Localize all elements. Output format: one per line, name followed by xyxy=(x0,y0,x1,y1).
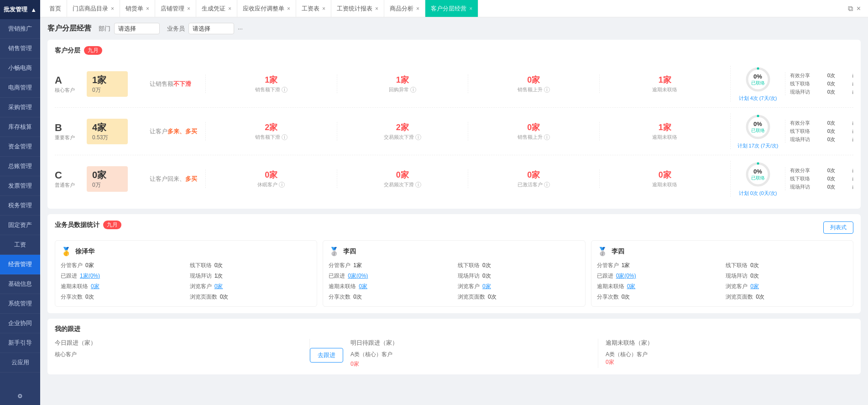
tier-shape-c: 0家 0万 xyxy=(87,166,128,192)
tab-close-shop[interactable]: × xyxy=(187,5,190,12)
go-followup-button[interactable]: 去跟进 xyxy=(310,348,343,363)
sidebar-item-kchsj[interactable]: 库存核算 xyxy=(0,117,40,137)
info-icon[interactable]: i xyxy=(852,184,853,190)
tab-bar-actions: ⧉ × xyxy=(844,5,864,13)
tab-close-payroll[interactable]: × xyxy=(322,5,325,12)
tab-product-analysis[interactable]: 商品分析× xyxy=(384,0,425,17)
info-icon[interactable]: i xyxy=(852,89,853,95)
sidebar-gear-icon[interactable]: ⚙ xyxy=(0,387,40,405)
dept-select[interactable]: 请选择 xyxy=(114,23,160,34)
staff-stat-2-7: 浏览页面数 0次 xyxy=(726,293,847,301)
staff-stat-1-7: 浏览页面数 0次 xyxy=(458,293,580,301)
tab-sales-order[interactable]: 销货单× xyxy=(120,0,155,17)
sidebar-header[interactable]: 批发管理 ▲ xyxy=(0,0,40,19)
sidebar-item-jcxx[interactable]: 基础信息 xyxy=(0,274,40,294)
tab-shop-manage[interactable]: 店铺管理× xyxy=(155,0,196,17)
tab-close-payroll-rpt[interactable]: × xyxy=(375,5,378,12)
sidebar-toggle-icon[interactable]: ▲ xyxy=(31,6,37,13)
sidebar-item-gz[interactable]: 工资 xyxy=(0,235,40,255)
tier-circle-a: 0% 已联络 计划 4次 (7天/次) xyxy=(730,66,785,102)
followup-tomorrow-col: 明日待跟进（家） A类（核心）客户 0家 xyxy=(343,339,598,368)
sidebar-item-cggl[interactable]: 采购管理 xyxy=(0,98,40,117)
staff-select[interactable]: 请选择 xyxy=(188,23,234,34)
list-view-button[interactable]: 列表式 xyxy=(823,221,853,234)
staff-stat-2-0: 分管客户 1家 xyxy=(597,262,719,269)
tab-close-voucher[interactable]: × xyxy=(228,5,231,12)
tab-close-customer[interactable]: × xyxy=(469,5,472,12)
right-stat-b-1: 线下联络 0次 i xyxy=(790,128,853,135)
tier-stat-label-b2: 销售额上升 i xyxy=(518,134,550,141)
followup-core-label2: A类（核心）客户 xyxy=(350,351,591,358)
tier-stat-c-3: 0家 逾期未联络 xyxy=(599,169,731,188)
tab-window-icon[interactable]: ⧉ xyxy=(848,5,853,13)
sidebar-item-xsyd[interactable]: 新手引导 xyxy=(0,333,40,353)
tab-close-ar[interactable]: × xyxy=(287,5,290,12)
right-stat-c-0: 有效分享 0次 i xyxy=(790,167,853,174)
tier-stat-label-c3: 逾期未联络 xyxy=(652,181,677,188)
sidebar-item-qyxt[interactable]: 企业协同 xyxy=(0,314,40,333)
staff-stats-1: 分管客户 1家 线下联络 0次 已跟进 0家(0%) 现场拜访 xyxy=(329,262,579,301)
staff-name-row-1: 🥈 李四 xyxy=(329,246,579,257)
info-icon[interactable]: i xyxy=(852,73,853,79)
right-stat-a-1: 线下联络 0次 i xyxy=(790,80,853,87)
info-icon[interactable]: i xyxy=(282,87,288,93)
sidebar-item-xtgl[interactable]: 系统管理 xyxy=(0,294,40,314)
sidebar-item-gdzc[interactable]: 固定资产 xyxy=(0,216,40,235)
staff-section-title: 业务员数据统计 九月 xyxy=(55,221,121,229)
tab-close-sales[interactable]: × xyxy=(146,5,149,12)
tab-close-store-products[interactable]: × xyxy=(111,5,114,12)
tier-row-a: A 核心客户 1家 0万 让销售额不下滑 1家 销售额下滑 i xyxy=(55,60,853,108)
tab-close-product[interactable]: × xyxy=(416,5,419,12)
sidebar-item-yyyg[interactable]: 云应用 xyxy=(0,353,40,373)
customer-tier-title: 客户分层 九月 xyxy=(55,46,853,55)
tab-gen-voucher[interactable]: 生成凭证× xyxy=(196,0,237,17)
followup-overdue-val: 0家 xyxy=(350,360,591,368)
info-icon[interactable]: i xyxy=(852,81,853,87)
right-stat-c-1: 线下联络 0次 i xyxy=(790,175,853,182)
tab-home[interactable]: 首页 xyxy=(44,0,67,17)
info-icon[interactable]: i xyxy=(544,182,550,188)
info-icon[interactable]: i xyxy=(544,87,550,93)
tab-payroll[interactable]: 工资表× xyxy=(296,0,331,17)
tab-ar-ap[interactable]: 应收应付调整单× xyxy=(237,0,296,17)
sidebar-item-xcdsh[interactable]: 小畅电商 xyxy=(0,58,40,78)
tier-right-stats-a: 有效分享 0次 i 线下联络 0次 i 现场拜访 0次 i xyxy=(785,72,853,95)
info-icon[interactable]: i xyxy=(852,129,853,134)
tier-shape-b: 4家 0.53万 xyxy=(87,119,128,144)
info-icon[interactable]: i xyxy=(852,137,853,142)
tier-stat-label-a2: 销售额上升 i xyxy=(518,86,550,93)
tab-store-products[interactable]: 门店商品目录× xyxy=(67,0,120,17)
info-icon[interactable]: i xyxy=(852,176,853,182)
staff-stat-1-6: 分享次数 0次 xyxy=(329,293,450,301)
sidebar-item-yxtt[interactable]: 营销推广 xyxy=(0,19,40,39)
info-icon[interactable]: i xyxy=(279,182,285,188)
info-icon[interactable]: i xyxy=(852,121,853,126)
tab-customer-tier[interactable]: 客户分层经营× xyxy=(425,0,478,17)
tier-slogan-c: 让客户回来、多买 xyxy=(146,175,205,183)
info-icon[interactable]: i xyxy=(282,134,288,140)
staff-card-2: 🥈 李四 分管客户 1家 线下联络 0次 已跟进 xyxy=(591,240,853,307)
sidebar-item-fpgl[interactable]: 发票管理 xyxy=(0,176,40,196)
staff-card-0: 🥇 徐泽华 分管客户 0家 线下联络 0次 已跟进 xyxy=(55,240,317,307)
info-icon[interactable]: i xyxy=(410,87,416,93)
sidebar-item-xsgl[interactable]: 销售管理 xyxy=(0,39,40,58)
tier-right-stats-c: 有效分享 0次 i 线下联络 0次 i 现场拜访 0次 i xyxy=(785,167,853,190)
staff-stat-2-3: 现场拜访 0次 xyxy=(726,272,847,280)
sidebar-item-swgl[interactable]: 税务管理 xyxy=(0,196,40,216)
info-icon[interactable]: i xyxy=(852,168,853,174)
sidebar-item-jygl[interactable]: 经营管理 xyxy=(0,255,40,274)
tier-stat-label-c1: 交易频次下滑 i xyxy=(384,181,421,188)
sidebar-item-dshgl[interactable]: 电商管理 xyxy=(0,78,40,98)
sidebar-item-zjgl[interactable]: 资金管理 xyxy=(0,137,40,157)
info-icon[interactable]: i xyxy=(544,134,550,140)
sidebar: 批发管理 ▲ 营销推广 销售管理 小畅电商 电商管理 采购管理 库存核算 资金管… xyxy=(0,0,40,405)
tab-payroll-report[interactable]: 工资统计报表× xyxy=(331,0,384,17)
tier-label-b: B 重要客户 xyxy=(55,122,87,141)
tab-close-all-icon[interactable]: × xyxy=(857,5,861,13)
sidebar-item-zzgl[interactable]: 总账管理 xyxy=(0,157,40,176)
followup-btn-area: 去跟进 xyxy=(310,339,343,363)
more-options-icon[interactable]: ··· xyxy=(238,25,243,32)
followup-today-title: 今日跟进（家） xyxy=(55,339,302,347)
info-icon[interactable]: i xyxy=(415,182,421,188)
info-icon[interactable]: i xyxy=(415,134,421,140)
